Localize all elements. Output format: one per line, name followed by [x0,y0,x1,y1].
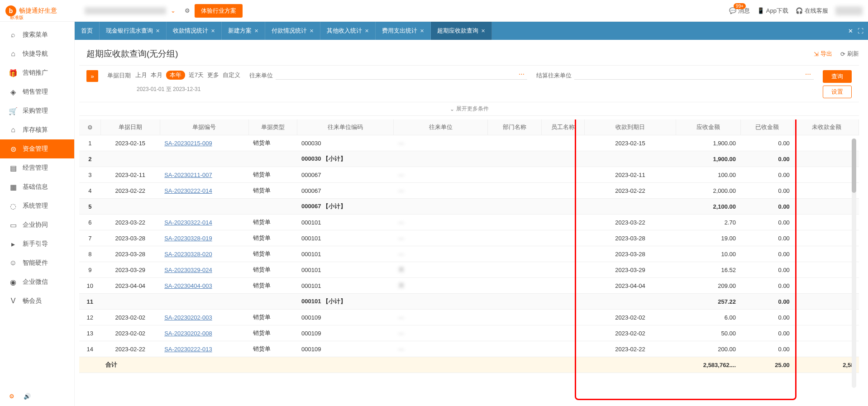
table-row[interactable]: 6 2023-03-22 SA-20230322-014 销货单 000101 … [79,215,859,230]
scrollbar-track[interactable] [852,139,856,388]
messages-link[interactable]: 💬 消息 99+ [729,7,750,15]
sidebar-item-14[interactable]: V畅会员 [0,291,74,310]
export-button[interactable]: ⇲ 导出 [814,50,832,58]
sidebar-item-9[interactable]: ◌系统管理 [0,196,74,215]
settings-icon[interactable]: ⚙ [9,393,14,400]
sidebar-item-7[interactable]: ▤经营管理 [0,158,74,177]
table-row[interactable]: 3 2023-02-11 SA-20230211-007 销货单 000067 … [79,167,859,183]
gear-icon[interactable]: ⚙ [185,7,190,14]
close-all-tabs-icon[interactable]: ✕ [848,28,853,34]
row-docno[interactable]: SA-20230215-009 [160,135,248,151]
table-row[interactable]: 13 2023-02-02 SA-20230202-008 销货单 000109… [79,325,859,341]
table-header-8[interactable]: 收款到期日 [585,119,676,135]
table-header-7[interactable]: 员工名称 [542,119,585,135]
date-tag-5[interactable]: 自定义 [223,71,240,79]
row-docno[interactable]: SA-20230328-020 [160,246,248,262]
sidebar-item-11[interactable]: ▸新手引导 [0,234,74,253]
row-type: 销货单 [248,246,297,262]
close-icon[interactable]: ✕ [481,28,485,34]
party-input[interactable] [276,71,515,77]
table-row[interactable]: 12 2023-02-02 SA-20230202-003 销货单 000109… [79,310,859,325]
table-header-11[interactable]: 未收款金额 [794,119,859,135]
gear-icon[interactable]: ⚙ [87,124,93,131]
tab-3[interactable]: 新建方案✕ [222,22,265,40]
close-icon[interactable]: ✕ [365,28,369,34]
sidebar-item-12[interactable]: ☺智能硬件 [0,253,74,272]
collapse-filter-button[interactable]: » [86,70,98,82]
subtotal-row[interactable]: 11 000101 【小计】 257.22 0.00 [79,294,859,310]
subtotal-row[interactable]: 5 000067 【小计】 2,100.00 0.00 [79,199,859,215]
sidebar-item-1[interactable]: ⌂快捷导航 [0,44,74,63]
close-icon[interactable]: ✕ [420,28,424,34]
table-header-6[interactable]: 部门名称 [488,119,542,135]
tab-2[interactable]: 收款情况统计✕ [167,22,222,40]
settle-more-icon[interactable]: ⋯ [802,71,814,77]
close-icon[interactable]: ✕ [310,28,314,34]
tab-5[interactable]: 其他收入统计✕ [320,22,376,40]
table-row[interactable]: 14 2023-02-22 SA-20230222-013 销货单 000109… [79,341,859,357]
table-header-9[interactable]: 应收金额 [676,119,741,135]
row-docno[interactable]: SA-20230222-014 [160,183,248,199]
table-header-1[interactable]: 单据日期 [101,119,160,135]
experience-button[interactable]: 体验行业方案 [195,4,243,18]
sidebar-item-3[interactable]: ◈销售管理 [0,82,74,101]
tab-4[interactable]: 付款情况统计✕ [265,22,320,40]
sidebar-label: 销售管理 [23,88,48,96]
table-header-2[interactable]: 单据编号 [160,119,248,135]
row-docno[interactable]: SA-20230404-003 [160,278,248,294]
row-docno[interactable]: SA-20230222-013 [160,341,248,357]
fullscreen-icon[interactable]: ⛶ [858,28,863,34]
table-header-3[interactable]: 单据类型 [248,119,297,135]
row-docno[interactable]: SA-20230211-007 [160,167,248,183]
sound-icon[interactable]: 🔊 [24,393,31,400]
date-tag-0[interactable]: 上月 [135,71,147,79]
scrollbar-thumb[interactable] [852,139,856,193]
date-tag-1[interactable]: 本月 [151,71,162,79]
tab-0[interactable]: 首页 [75,22,100,40]
tab-1[interactable]: 现金银行流水查询✕ [100,22,167,40]
table-row[interactable]: 1 2023-02-15 SA-20230215-009 销货单 000030 … [79,135,859,151]
org-selector[interactable]: ⌄ ⚙ [85,7,195,14]
row-docno[interactable]: SA-20230322-014 [160,215,248,230]
sidebar-item-10[interactable]: ▭企业协同 [0,215,74,234]
row-docno[interactable]: SA-20230202-003 [160,310,248,325]
date-tag-4[interactable]: 更多 [207,71,219,79]
tab-6[interactable]: 费用支出统计✕ [376,22,431,40]
service-link[interactable]: 🎧 在线客服 [796,7,828,15]
row-docno[interactable]: SA-20230202-008 [160,325,248,341]
sidebar-item-6[interactable]: ⊜资金管理 [0,139,74,158]
table-header-0[interactable]: ⚙ [79,119,101,135]
sidebar-item-4[interactable]: 🛒采购管理 [0,101,74,120]
refresh-button[interactable]: ⟳ 刷新 [840,50,859,58]
table-row[interactable]: 7 2023-03-28 SA-20230328-019 销货单 000101 … [79,230,859,246]
close-icon[interactable]: ✕ [156,28,160,34]
user-avatar-blurred[interactable] [835,6,863,15]
sidebar-item-8[interactable]: ▦基础信息 [0,177,74,196]
table-header-5[interactable]: 往来单位 [394,119,488,135]
subtotal-row[interactable]: 2 000030 【小计】 1,900.00 0.00 [79,151,859,167]
settings-button[interactable]: 设置 [823,86,852,98]
table-row[interactable]: 9 2023-03-29 SA-20230329-024 销货单 000101 … [79,262,859,278]
sidebar-item-13[interactable]: ◉企业微信 [0,272,74,291]
query-button[interactable]: 查询 [823,70,852,83]
close-icon[interactable]: ✕ [211,28,215,34]
download-link[interactable]: 📱 App下载 [757,7,788,15]
table-header-10[interactable]: 已收金额 [740,119,794,135]
table-row[interactable]: 8 2023-03-28 SA-20230328-020 销货单 000101 … [79,246,859,262]
sidebar-item-2[interactable]: 🎁营销推广 [0,63,74,82]
date-tag-3[interactable]: 近7天 [189,71,204,79]
table-header-4[interactable]: 往来单位编码 [297,119,394,135]
date-tag-2[interactable]: 本年 [166,71,185,80]
sidebar-item-5[interactable]: ⌂库存核算 [0,120,74,139]
row-docno[interactable]: SA-20230328-019 [160,230,248,246]
party-more-icon[interactable]: ⋯ [516,71,527,77]
tab-7[interactable]: 超期应收款查询✕ [431,22,492,40]
table-row[interactable]: 4 2023-02-22 SA-20230222-014 销货单 000067 … [79,183,859,199]
expand-more-button[interactable]: ⌄ 展开更多条件 [79,102,859,116]
table-row[interactable]: 10 2023-04-04 SA-20230404-003 销货单 000101… [79,278,859,294]
chevron-down-icon[interactable]: ⌄ [171,7,176,14]
sidebar-item-0[interactable]: ⌕搜索菜单 [0,25,74,44]
row-docno[interactable]: SA-20230329-024 [160,262,248,278]
close-icon[interactable]: ✕ [254,28,258,34]
settle-input[interactable] [574,71,802,77]
